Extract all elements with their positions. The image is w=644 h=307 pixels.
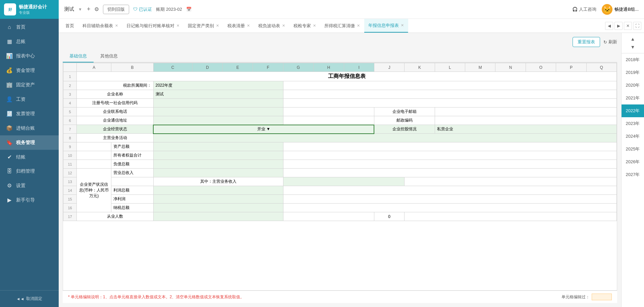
tabbar-prev-button[interactable]: ◀ [605,22,613,30]
refresh-label: 刷新 [608,39,617,45]
topbar-dropdown-arrow[interactable]: ▼ [78,7,82,12]
cell-5-email-value[interactable] [435,107,616,116]
cell-7-control-label: 企业控股情况 [374,125,435,134]
sidebar-item-archive[interactable]: 🗄 归档管理 [0,164,59,178]
user-profile[interactable]: 🐱 畅捷通B组... [602,4,639,15]
sidebar-item-fund[interactable]: 💰 资金管理 [0,63,59,78]
tab-close-tax_form[interactable]: ✕ [247,24,250,28]
pin-button[interactable]: ◄◄ 取消固定 [3,294,55,304]
year-item-2023[interactable]: 2023年 [622,117,644,130]
pin-label: 取消固定 [26,296,42,302]
tab-close-annual[interactable]: ✕ [401,23,404,28]
cell-13-value[interactable] [283,177,405,186]
cell-17-mid [283,212,374,221]
cell-11-value[interactable] [153,160,283,169]
tab-fixed_cat[interactable]: 固定资产类别✕ [184,19,223,33]
report-tab-basic[interactable]: 基础信息 [63,50,94,62]
tabbar-next-button[interactable]: ▶ [614,22,623,30]
year-down-button[interactable]: ▼ [629,43,637,51]
cell-8-value[interactable] [153,134,616,142]
report-panel: 重置报表 ↻ 刷新 基础信息其他信息 ABCDEFGHIJKLMNOPQ1工商年… [59,33,621,307]
tab-tax_form[interactable]: 税表清册✕ [223,19,254,33]
reset-report-button[interactable]: 重置报表 [573,37,600,47]
sidebar-item-fixed[interactable]: 🏢 固定资产 [0,78,59,92]
app-logo-icon: 好 [4,3,16,15]
sidebar-item-salary[interactable]: 👤 工资 [0,92,59,106]
customer-service-button[interactable]: 🎧 人工咨询 [572,6,596,12]
tabbar-nav: ◀ ▶ ✕ ⛶ [605,22,641,30]
year-item-2019[interactable]: 2019年 [622,66,644,79]
cell-10-value[interactable] [153,151,283,160]
sidebar-label-fixed: 固定资产 [16,82,35,88]
year-item-2020[interactable]: 2020年 [622,79,644,92]
fund-icon: 💰 [6,67,13,74]
sidebar-item-report[interactable]: 📊 报表中心 [0,49,59,63]
cell-7-control-value[interactable]: 私营企业 [435,125,616,134]
tabbar-close-button[interactable]: ✕ [624,22,632,30]
year-list: 2018年2019年2020年2021年2022年2023年2024年2025年… [622,53,644,307]
cell-15-value[interactable] [153,195,283,204]
year-item-2026[interactable]: 2026年 [622,156,644,168]
cell-9-value[interactable] [153,142,283,151]
refresh-button[interactable]: ↻ 刷新 [603,39,617,45]
switch-old-version-button[interactable]: 切到旧版 [103,5,129,14]
cell-6-postal-value[interactable] [435,116,616,125]
tab-close-aux[interactable]: ✕ [115,24,118,28]
cell-7-status-select[interactable]: 开业 ▼ [153,125,374,134]
sidebar-item-settings[interactable]: ⚙ 设置 [0,178,59,193]
tab-close-fixed_cat[interactable]: ✕ [216,24,219,28]
cell-6-value[interactable] [153,116,283,125]
cell-4-value[interactable] [153,99,283,107]
sidebar-item-guide[interactable]: ▶ 新手引导 [0,193,59,207]
row-num-1: 1 [63,72,77,81]
ledger-icon: ▦ [6,38,13,45]
year-item-2018[interactable]: 2018年 [622,53,644,66]
report-tab-other[interactable]: 其他信息 [94,50,124,62]
tab-journal[interactable]: 日记账与银行对账单核对✕ [122,19,184,33]
year-up-button[interactable]: ▲ [629,35,637,43]
tab-income_tax[interactable]: 所得税汇算清缴✕ [320,19,364,33]
sidebar-item-home[interactable]: ⌂ 首页 [0,20,59,34]
sidebar-item-tax[interactable]: 🔖 税务管理 [0,135,59,150]
tab-tax_expert[interactable]: 税检专家✕ [289,19,320,33]
topbar-settings-icon[interactable]: ⚙ [94,6,99,12]
year-panel-header: ▲ ▼ [622,33,644,53]
cell-6-mid [283,116,374,125]
cell-4-rest [283,99,616,107]
sheet-table: ABCDEFGHIJKLMNOPQ1工商年报信息表2税款所属期间：2022年度3… [63,63,617,221]
spreadsheet-inner[interactable]: ABCDEFGHIJKLMNOPQ1工商年报信息表2税款所属期间：2022年度3… [63,63,617,290]
tab-label-annual: 年报信息申报表 [368,23,399,29]
cell-12-rest [283,169,616,177]
row-num-4: 4 [63,99,77,107]
tabbar-expand-button[interactable]: ⛶ [633,22,641,30]
year-item-2022[interactable]: 2022年 [622,104,644,117]
tab-tax_wave[interactable]: 税负波动表✕ [254,19,289,33]
tab-close-income_tax[interactable]: ✕ [357,24,360,28]
tab-close-tax_expert[interactable]: ✕ [313,24,316,28]
topbar-add-button[interactable]: + [87,6,91,13]
sidebar-item-settle[interactable]: ✔ 结账 [0,150,59,164]
cell-5-value[interactable] [153,107,283,116]
cell-2-C[interactable]: 2022年度 [153,81,283,90]
year-item-2027[interactable]: 2027年 [622,168,644,181]
sidebar-item-invoice[interactable]: 🧾 发票管理 [0,106,59,121]
cell-16-value[interactable] [153,204,283,212]
tab-aux[interactable]: 科目辅助余额表✕ [78,19,122,33]
sidebar-item-ledger[interactable]: ▦ 总账 [0,34,59,49]
tab-close-journal[interactable]: ✕ [176,24,179,28]
sidebar-label-stock: 进销台账 [16,125,35,131]
sidebar-item-stock[interactable]: 📦 进销台账 [0,121,59,135]
tab-home[interactable]: 首页 [61,19,78,33]
cell-12-value[interactable] [153,169,283,177]
col-header-B: B [111,63,153,72]
year-item-2025[interactable]: 2025年 [622,143,644,156]
cell-17-value[interactable] [153,212,283,221]
calendar-icon[interactable]: 📅 [186,7,192,12]
year-item-2024[interactable]: 2024年 [622,130,644,143]
tab-close-tax_wave[interactable]: ✕ [282,24,285,28]
cell-3-value[interactable]: 测试 [153,90,283,99]
year-item-2021[interactable]: 2021年 [622,92,644,104]
col-header-C: C [153,63,192,72]
tab-annual[interactable]: 年报信息申报表✕ [364,19,408,33]
cell-14-value[interactable] [153,186,283,195]
